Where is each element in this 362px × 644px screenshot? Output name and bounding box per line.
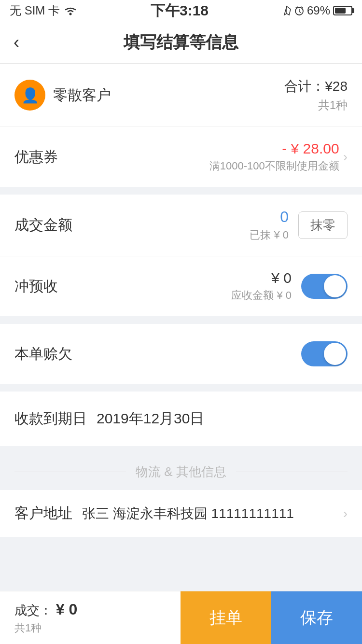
deal-right: 0 已抹 ¥ 0 抹零	[250, 208, 348, 242]
page-title: 填写结算等信息	[124, 31, 238, 54]
hold-button[interactable]: 挂单	[181, 591, 271, 644]
debit-toggle-knob	[324, 343, 346, 365]
status-bar: 无 SIM 卡 下午3:18 69%	[0, 0, 362, 21]
bottom-count: 共1种	[14, 621, 166, 635]
address-section: 客户地址 张三 海淀永丰科技园 11111111111 ›	[0, 490, 362, 537]
customer-row: 👤 零散客户 合计：¥28 共1种	[0, 64, 362, 126]
duedate-section: 收款到期日 2019年12月30日	[0, 392, 362, 446]
address-row[interactable]: 客户地址 张三 海淀永丰科技园 11111111111 ›	[0, 490, 362, 537]
content: 👤 零散客户 合计：¥28 共1种 优惠券 - ¥ 28.00 满1000-10…	[0, 64, 362, 602]
customer-count: 共1种	[284, 98, 348, 113]
logistics-divider: 物流 & 其他信息	[0, 454, 362, 490]
customer-right: 合计：¥28 共1种	[284, 77, 348, 113]
deal-value-group: 0 已抹 ¥ 0	[250, 208, 289, 242]
status-right: 69%	[282, 4, 352, 17]
coupon-right: - ¥ 28.00 满1000-100不限制使用金额 ›	[209, 140, 348, 173]
duedate-row: 收款到期日 2019年12月30日	[0, 392, 362, 446]
address-chevron-icon: ›	[343, 506, 348, 521]
prepay-label: 冲预收	[14, 277, 58, 296]
coupon-label: 优惠券	[14, 147, 58, 167]
deal-amount-value: 0	[250, 208, 289, 226]
prepay-toggle[interactable]	[301, 274, 348, 299]
coupon-discount: - ¥ 28.00 满1000-100不限制使用金额	[209, 140, 339, 173]
coupon-row[interactable]: 优惠券 - ¥ 28.00 满1000-100不限制使用金额 ›	[0, 126, 362, 187]
duedate-label: 收款到期日	[14, 409, 87, 429]
battery-icon	[333, 6, 352, 15]
customer-name: 零散客户	[53, 85, 111, 105]
debit-label: 本单赊欠	[14, 344, 72, 364]
customer-section: 👤 零散客户 合计：¥28 共1种 优惠券 - ¥ 28.00 满1000-10…	[0, 64, 362, 187]
bottom-left: 成交： ¥ 0 共1种	[0, 601, 181, 635]
wifi-icon	[64, 6, 77, 15]
toggle-knob	[324, 275, 346, 297]
prepay-value-group: ¥ 0 应收金额 ¥ 0	[231, 270, 292, 303]
prepay-right: ¥ 0 应收金额 ¥ 0	[231, 270, 348, 303]
divider-line-left	[14, 472, 126, 472]
divider-line-right	[236, 472, 348, 472]
status-left: 无 SIM 卡	[10, 3, 77, 18]
coupon-discount-amount: - ¥ 28.00	[209, 140, 339, 157]
back-button[interactable]: ‹	[14, 32, 19, 53]
chevron-right-icon: ›	[343, 149, 348, 165]
prepay-sub: 应收金额 ¥ 0	[231, 288, 292, 303]
save-button[interactable]: 保存	[271, 591, 362, 644]
avatar: 👤	[14, 80, 45, 111]
status-time: 下午3:18	[151, 1, 209, 21]
deal-amount-row: 成交金额 0 已抹 ¥ 0 抹零	[0, 195, 362, 256]
deal-amount-sub: 已抹 ¥ 0	[250, 228, 289, 242]
customer-total: 合计：¥28	[284, 77, 348, 96]
coupon-discount-desc: 满1000-100不限制使用金额	[209, 159, 339, 173]
svg-point-0	[70, 13, 72, 15]
battery-percent: 69%	[307, 4, 330, 17]
prepay-amount: ¥ 0	[231, 270, 292, 286]
sim-status: 无 SIM 卡	[10, 3, 60, 18]
bottom-deal-row: 成交： ¥ 0	[14, 601, 166, 619]
round-off-button[interactable]: 抹零	[298, 211, 348, 239]
location-icon	[282, 5, 292, 16]
deal-amount-label: 成交金额	[14, 215, 72, 235]
avatar-icon: 👤	[21, 87, 39, 104]
duedate-value: 2019年12月30日	[97, 409, 204, 429]
debit-toggle[interactable]	[301, 341, 348, 366]
alarm-icon	[294, 5, 304, 16]
bottom-deal-amount: ¥ 0	[56, 601, 77, 618]
customer-left: 👤 零散客户	[14, 80, 111, 111]
debit-row: 本单赊欠	[0, 324, 362, 384]
address-value: 张三 海淀永丰科技园 11111111111	[82, 504, 343, 523]
nav-bar: ‹ 填写结算等信息	[0, 21, 362, 64]
debit-section: 本单赊欠	[0, 324, 362, 384]
bottom-deal-label: 成交：	[14, 603, 52, 617]
logistics-label: 物流 & 其他信息	[126, 463, 236, 480]
prepay-row: 冲预收 ¥ 0 应收金额 ¥ 0	[0, 256, 362, 316]
address-label: 客户地址	[14, 504, 72, 523]
bottom-bar: 成交： ¥ 0 共1种 挂单 保存	[0, 591, 362, 644]
deal-section: 成交金额 0 已抹 ¥ 0 抹零 冲预收 ¥ 0 应收金额 ¥ 0	[0, 195, 362, 316]
